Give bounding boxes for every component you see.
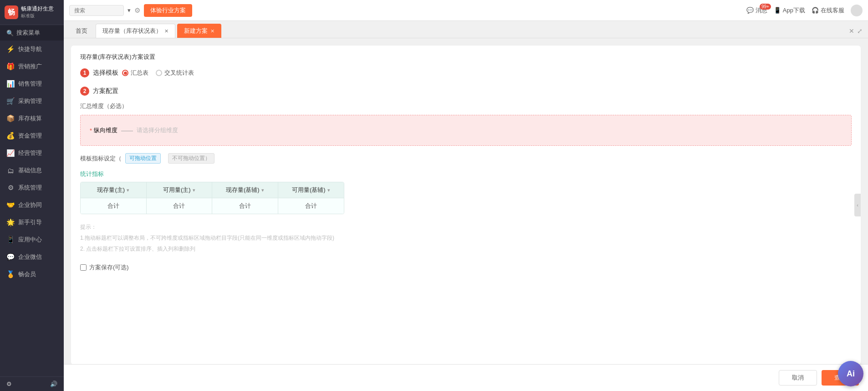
sidebar-item-inventory[interactable]: 📦库存核算 xyxy=(0,110,64,127)
save-option-label: 方案保存(可选) xyxy=(89,263,129,272)
topbar-dropdown-button[interactable]: ▾ xyxy=(128,7,131,14)
section-choose-template: 1 选择模板 汇总表 交叉统计表 xyxy=(80,68,852,77)
trial-btn[interactable]: 体验行业方案 xyxy=(144,4,192,17)
sidebar-menu: ⚡快捷导航🎁营销推广📊销售管理🛒采购管理📦库存核算💰资金管理📈经营管理🗂基础信息… xyxy=(0,41,64,376)
sidebar-item-purchase[interactable]: 🛒采购管理 xyxy=(0,93,64,110)
sidebar-item-base-info[interactable]: 🗂基础信息 xyxy=(0,162,64,179)
cooperation-icon: 🤝 xyxy=(6,201,15,209)
template-radio-group: 汇总表 交叉统计表 xyxy=(122,69,194,77)
tip-item: 2. 点击标题栏下拉可设置排序、插入列和删除列 xyxy=(80,243,852,254)
sidebar-logo: 畅 畅康通好生意 标准版 xyxy=(0,0,64,25)
col-dropdown-icon[interactable]: ▾ xyxy=(127,187,129,193)
settings-gear-icon[interactable]: ⚙ xyxy=(134,6,140,15)
ai-button[interactable]: Ai xyxy=(838,361,863,386)
stats-cell-available-main: 合计 xyxy=(147,198,213,214)
tab-inventory-status[interactable]: 现存量（库存状况表） ✕ xyxy=(96,24,175,38)
col-dropdown-icon[interactable]: ▾ xyxy=(261,187,264,193)
member-icon: 🏅 xyxy=(6,270,15,278)
content-area: 现存量(库存状况表)方案设置 1 选择模板 汇总表 交叉统计表 xyxy=(64,38,868,364)
action-bar: 取消 查询 xyxy=(64,364,868,391)
save-checkbox[interactable] xyxy=(80,264,87,271)
settings-icon[interactable]: ⚙ xyxy=(6,381,12,387)
sidebar-item-label: 经营管理 xyxy=(18,149,42,157)
col-dropdown-icon[interactable]: ▾ xyxy=(193,187,195,193)
sidebar-item-cooperation[interactable]: 🤝企业协同 xyxy=(0,196,64,214)
marketing-icon: 🎁 xyxy=(6,62,15,71)
stats-col-available-aux[interactable]: 可用量(基辅)▾ xyxy=(278,182,344,198)
sidebar-item-label: 畅会员 xyxy=(18,270,36,278)
app-logo-icon: 畅 xyxy=(5,5,18,19)
sidebar-item-label: 采购管理 xyxy=(18,97,42,105)
app-name: 畅康通好生意 标准版 xyxy=(21,5,54,19)
app-center-icon: 📱 xyxy=(6,236,15,244)
sidebar-item-app-center[interactable]: 📱应用中心 xyxy=(0,231,64,248)
summary-dim-label: 汇总维度（必选） xyxy=(80,102,852,110)
window-close-icon[interactable]: ✕ xyxy=(849,27,854,35)
section1-header: 1 选择模板 汇总表 交叉统计表 xyxy=(80,68,852,77)
sidebar-item-member[interactable]: 🏅畅会员 xyxy=(0,266,64,283)
main-area: ▾ ⚙ 体验行业方案 💬 消息 99+ 📱 App下载 🎧 在线客服 首页 现存… xyxy=(64,0,868,391)
sidebar-item-operations[interactable]: 📈经营管理 xyxy=(0,144,64,162)
col-dropdown-icon[interactable]: ▾ xyxy=(327,187,330,193)
app-download-btn[interactable]: 📱 App下载 xyxy=(774,6,805,15)
tab-new-plan-close-icon[interactable]: ✕ xyxy=(210,28,214,34)
radio-cross-circle xyxy=(156,70,162,76)
sidebar-item-wechat[interactable]: 💬企业微信 xyxy=(0,248,64,266)
system-icon: ⚙ xyxy=(6,184,15,192)
stats-cell-available-aux: 合计 xyxy=(278,198,344,214)
sidebar-item-label: 应用中心 xyxy=(18,236,42,244)
sidebar-bottom: ⚙ 🔊 xyxy=(0,376,64,391)
sidebar-item-finance[interactable]: 💰资金管理 xyxy=(0,127,64,144)
non-draggable-badge: 不可拖动位置） xyxy=(168,153,214,164)
online-service-btn[interactable]: 🎧 在线客服 xyxy=(812,6,844,15)
sidebar-item-system[interactable]: ⚙系统管理 xyxy=(0,179,64,196)
sidebar-search[interactable]: 🔍 搜索菜单 xyxy=(0,25,64,41)
sidebar-item-quick-nav[interactable]: ⚡快捷导航 xyxy=(0,41,64,58)
purchase-icon: 🛒 xyxy=(6,97,15,105)
topbar-left: ▾ ⚙ 体验行业方案 xyxy=(69,4,742,17)
topbar-search-input[interactable] xyxy=(69,5,124,16)
stats-col-current-aux[interactable]: 现存量(基辅)▾ xyxy=(212,182,278,198)
inventory-icon: 📦 xyxy=(6,114,15,123)
tab-home[interactable]: 首页 xyxy=(69,24,94,38)
sidebar-item-label: 基础信息 xyxy=(18,166,42,175)
stats-col-available-main[interactable]: 可用量(主)▾ xyxy=(147,182,213,198)
sidebar-item-label: 企业协同 xyxy=(18,201,42,209)
message-btn[interactable]: 💬 消息 99+ xyxy=(746,6,767,15)
save-option-row: 方案保存(可选) xyxy=(80,263,852,272)
radio-cross[interactable]: 交叉统计表 xyxy=(156,69,194,77)
stats-table-header: 现存量(主)▾可用量(主)▾现存量(基辅)▾可用量(基辅)▾ xyxy=(81,182,344,198)
sidebar-item-label: 新手引导 xyxy=(18,218,42,226)
stats-col-current-main[interactable]: 现存量(主)▾ xyxy=(81,182,147,198)
topbar-right: 💬 消息 99+ 📱 App下载 🎧 在线客服 xyxy=(746,5,863,16)
sidebar-item-label: 营销推广 xyxy=(18,62,42,71)
stats-cell-current-main: 合计 xyxy=(81,198,147,214)
stats-table-body: 合计合计合计合计 xyxy=(81,198,344,214)
required-star: * xyxy=(90,127,92,134)
sidebar-item-sales[interactable]: 📊销售管理 xyxy=(0,75,64,93)
operations-icon: 📈 xyxy=(6,149,15,157)
radio-summary[interactable]: 汇总表 xyxy=(122,69,148,77)
sidebar-item-newbie[interactable]: 🌟新手引导 xyxy=(0,214,64,231)
user-avatar[interactable] xyxy=(851,5,863,16)
stats-section-title: 统计指标 xyxy=(80,170,852,178)
newbie-icon: 🌟 xyxy=(6,218,15,226)
indicator-settings: 模板指标设定（ 可拖动位置 不可拖动位置） xyxy=(80,153,852,164)
quick-nav-icon: ⚡ xyxy=(6,45,15,53)
tab-inventory-close-icon[interactable]: ✕ xyxy=(164,28,168,34)
tab-new-plan[interactable]: 新建方案 ✕ xyxy=(177,24,221,38)
content-panel: 现存量(库存状况表)方案设置 1 选择模板 汇总表 交叉统计表 xyxy=(71,46,861,364)
cancel-button[interactable]: 取消 xyxy=(779,370,817,386)
tabbar: 首页 现存量（库存状况表） ✕ 新建方案 ✕ ✕ ⤢ xyxy=(64,21,868,38)
sidebar-item-label: 快捷导航 xyxy=(18,45,42,53)
right-edge-collapse[interactable]: ‹ xyxy=(854,194,861,216)
finance-icon: 💰 xyxy=(6,132,15,140)
audio-icon[interactable]: 🔊 xyxy=(50,381,57,387)
vertical-dim-area[interactable]: * 纵向维度 —— 请选择分组维度 xyxy=(80,115,852,146)
window-expand-icon[interactable]: ⤢ xyxy=(857,27,863,35)
stats-cell-current-aux: 合计 xyxy=(212,198,278,214)
summary-dim-section: 汇总维度（必选） * 纵向维度 —— 请选择分组维度 xyxy=(80,102,852,146)
topbar: ▾ ⚙ 体验行业方案 💬 消息 99+ 📱 App下载 🎧 在线客服 xyxy=(64,0,868,21)
tip-item: 1.拖动标题栏可以调整布局，不可跨维度或指标区域拖动栏目字段(只能在同一维度或指… xyxy=(80,232,852,243)
sidebar-item-marketing[interactable]: 🎁营销推广 xyxy=(0,58,64,75)
